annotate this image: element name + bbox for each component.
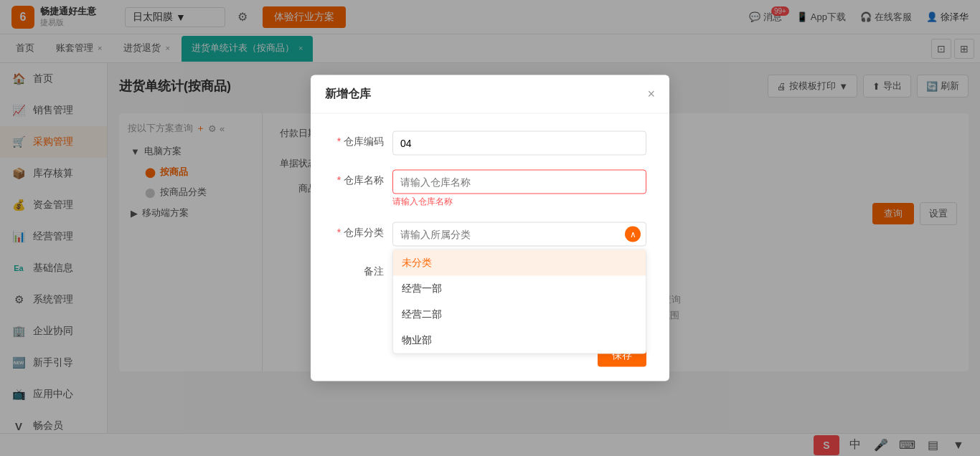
dropdown-item-uncategorized[interactable]: 未分类 xyxy=(393,250,646,276)
note-label: 备注 xyxy=(334,261,384,278)
form-row-name: 仓库名称 请输入仓库名称 xyxy=(334,170,646,208)
code-input[interactable] xyxy=(392,131,646,156)
form-row-code: 仓库编码 xyxy=(334,131,646,156)
code-label: 仓库编码 xyxy=(334,131,384,148)
dropdown-item-dept3[interactable]: 物业部 xyxy=(393,328,646,353)
name-input[interactable] xyxy=(392,170,646,194)
new-warehouse-dialog: 新增仓库 × 仓库编码 仓库名称 请输入仓库名称 仓库分类 ∧ 未分类 xyxy=(311,75,669,381)
name-input-group: 请输入仓库名称 xyxy=(392,170,646,208)
dialog-close-button[interactable]: × xyxy=(647,87,655,102)
dialog-header: 新增仓库 × xyxy=(311,75,669,114)
category-dropdown-list: 未分类 经营一部 经营二部 物业部 xyxy=(392,250,646,354)
dialog-title: 新增仓库 xyxy=(325,87,371,102)
category-dropdown-wrapper: ∧ 未分类 经营一部 经营二部 物业部 xyxy=(392,222,646,247)
name-error-tip: 请输入仓库名称 xyxy=(392,196,646,208)
dropdown-item-dept2[interactable]: 经营二部 xyxy=(393,302,646,328)
category-dropdown-icon[interactable]: ∧ xyxy=(625,227,641,242)
category-label: 仓库分类 xyxy=(334,222,384,239)
dialog-body: 仓库编码 仓库名称 请输入仓库名称 仓库分类 ∧ 未分类 经营一部 经营二部 xyxy=(311,114,669,336)
dropdown-item-dept1[interactable]: 经营一部 xyxy=(393,276,646,302)
category-input[interactable] xyxy=(392,222,646,247)
form-row-category: 仓库分类 ∧ 未分类 经营一部 经营二部 物业部 xyxy=(334,222,646,247)
name-label: 仓库名称 xyxy=(334,170,384,187)
